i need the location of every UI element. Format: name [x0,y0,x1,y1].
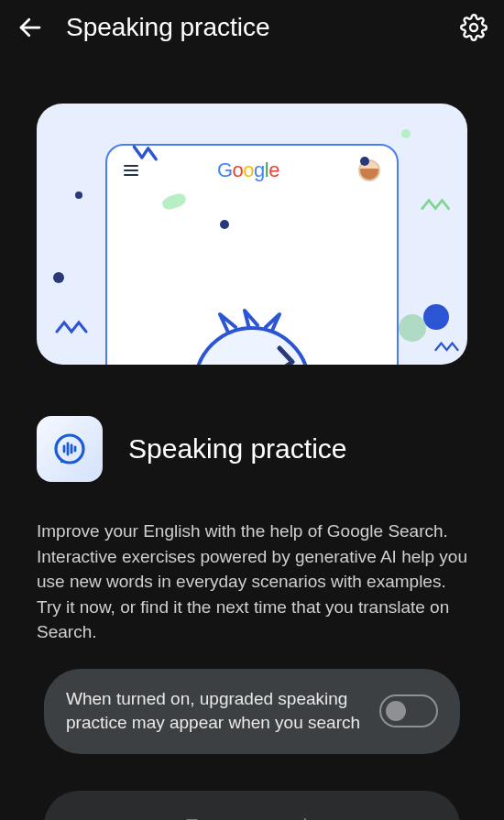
squiggle-icon [421,195,454,215]
hero-search-card: Google [105,144,399,365]
toggle-switch[interactable] [379,694,438,727]
svg-point-6 [56,435,83,463]
hamburger-icon [124,165,138,176]
speaking-practice-icon [37,416,103,482]
squiggle-icon [55,319,92,337]
gear-icon[interactable] [460,14,488,41]
section-title: Speaking practice [128,433,346,465]
confetti-dot [219,219,230,230]
hero-illustration: Google [37,104,467,365]
back-arrow-icon[interactable] [16,14,44,41]
section-description: Improve your English with the help of Go… [37,519,467,645]
bear-illustration [142,298,362,365]
svg-point-0 [470,24,477,31]
toggle-label: When turned on, upgraded speaking practi… [66,687,361,736]
page-title: Speaking practice [66,13,438,42]
toggle-row[interactable]: When turned on, upgraded speaking practi… [44,669,460,754]
svg-point-1 [220,220,229,229]
toggle-knob [386,701,406,721]
google-logo: Google [217,159,279,182]
try-example-button[interactable]: Try an example [44,791,460,820]
page-header: Speaking practice [0,0,504,55]
squiggle-icon [131,140,162,166]
squiggle-icon [434,339,462,355]
section-header: Speaking practice [37,416,467,482]
